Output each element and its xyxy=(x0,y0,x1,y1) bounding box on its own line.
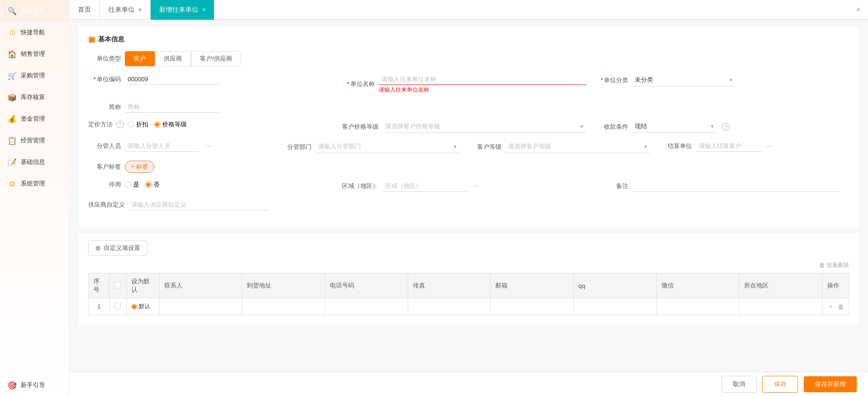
dept-placeholder: 请输入分管部门 xyxy=(318,142,452,151)
contact-input[interactable] xyxy=(164,301,237,312)
tab-new-partner-close[interactable]: × xyxy=(202,7,206,13)
disabled-label: 停用 xyxy=(88,180,121,189)
sidebar-item-inventory[interactable]: 📦 库存核算 xyxy=(0,86,69,108)
manager-more-icon[interactable]: ··· xyxy=(206,142,212,150)
abbr-label: 简称 xyxy=(88,103,121,111)
payment-select[interactable]: 现结 ▾ xyxy=(632,120,716,133)
address-input[interactable] xyxy=(247,301,320,312)
window-close-button[interactable]: × xyxy=(849,6,868,14)
col-fax: 传真 xyxy=(408,273,491,298)
sidebar-item-operation[interactable]: 📋 经营管理 xyxy=(0,130,69,151)
tab-new-partner[interactable]: 新增往来单位 × xyxy=(151,0,214,20)
sidebar-item-sales[interactable]: 🏠 销售管理 xyxy=(0,43,69,65)
row-checkbox[interactable] xyxy=(114,303,121,309)
unit-category-label: *单位分类 xyxy=(595,76,628,85)
unit-type-cell: 单位类型 客户 供应商 客户/供应商 xyxy=(88,51,849,66)
type-btn-both[interactable]: 客户/供应商 xyxy=(191,51,241,66)
unit-category-cell: *单位分类 未分类 ▾ xyxy=(595,74,849,86)
abbr-cell: 简称 xyxy=(88,101,849,113)
batch-delete-bar[interactable]: 🗑 批量删除 xyxy=(88,261,849,269)
disabled-yes-circle xyxy=(125,181,131,188)
row-default-circle xyxy=(131,304,137,310)
region-more-icon[interactable]: ··· xyxy=(472,182,479,190)
customer-price-select[interactable]: 请选择客户价格等级 ▾ xyxy=(382,120,586,133)
settlement-more-icon[interactable]: ··· xyxy=(767,142,773,150)
phone-input[interactable] xyxy=(330,301,403,312)
col-phone: 电话号码 xyxy=(325,273,408,298)
sidebar-item-system[interactable]: ⚙ 系统管理 xyxy=(0,173,69,194)
disabled-no-radio[interactable]: 否 xyxy=(145,180,160,189)
row-default-radio[interactable]: 默认 xyxy=(131,303,154,311)
type-btn-group: 客户 供应商 客户/供应商 xyxy=(125,51,241,66)
tab-partners[interactable]: 往来单位 × xyxy=(100,0,151,20)
unit-code-input[interactable] xyxy=(125,74,219,85)
row-contact[interactable] xyxy=(159,298,242,315)
remark-input[interactable] xyxy=(632,180,840,192)
remark-cell: 备注 xyxy=(595,180,849,192)
region-input[interactable] xyxy=(382,180,467,192)
save-new-button[interactable]: 保存并新增 xyxy=(804,376,857,392)
price-level-radio-circle xyxy=(154,121,160,128)
sidebar-item-purchase[interactable]: 🛒 采购管理 xyxy=(0,65,69,86)
unit-code-cell: *单位编码 xyxy=(88,74,342,85)
sidebar-item-guide[interactable]: 🎯 新手引导 xyxy=(0,374,69,396)
unit-name-input[interactable] xyxy=(379,74,586,85)
row-email[interactable] xyxy=(491,298,574,315)
pricing-radio-price-level[interactable]: 价格等级 xyxy=(154,120,187,129)
supplier-custom-input[interactable] xyxy=(129,199,269,210)
payment-cell: 收款条件 现结 ▾ ? xyxy=(595,120,849,133)
discount-radio-circle xyxy=(128,121,134,128)
fax-input[interactable] xyxy=(413,301,486,312)
settlement-input[interactable] xyxy=(696,140,761,152)
pricing-radio-discount[interactable]: 折扣 xyxy=(128,120,148,129)
row-add-icon[interactable]: ＋ xyxy=(827,303,834,311)
customer-price-label: 客户价格等级 xyxy=(342,123,379,131)
main-area: 首页 往来单位 × 新增往来单位 × × ▣ 基本信息 单位类型 客户 xyxy=(69,0,868,396)
row-fax[interactable] xyxy=(408,298,491,315)
email-input[interactable] xyxy=(495,301,569,312)
quick-nav-icon: ⊙ xyxy=(8,28,17,37)
disabled-yes-radio[interactable]: 是 xyxy=(125,180,139,189)
manager-input[interactable] xyxy=(125,140,200,152)
row-region[interactable] xyxy=(739,298,822,315)
row-delete-icon[interactable]: 🗑 xyxy=(838,303,844,311)
sidebar-item-basic[interactable]: 📝 基础信息 xyxy=(0,151,69,173)
abbr-input[interactable] xyxy=(125,101,219,113)
cancel-button[interactable]: 取消 xyxy=(721,376,757,393)
row-phone[interactable] xyxy=(325,298,408,315)
disabled-cell: 停用 是 否 xyxy=(88,180,342,189)
pricing-help-icon[interactable]: ? xyxy=(116,121,124,128)
table-body: 1 默认 xyxy=(89,298,849,315)
unit-type-label: 单位类型 xyxy=(88,54,121,63)
row-region-input[interactable] xyxy=(744,301,817,312)
type-btn-supplier[interactable]: 供应商 xyxy=(155,51,191,66)
row-wechat[interactable] xyxy=(656,298,739,315)
tab-partners-close[interactable]: × xyxy=(138,7,142,13)
unit-category-select[interactable]: 未分类 ▾ xyxy=(632,74,735,86)
wechat-input[interactable] xyxy=(662,301,735,312)
row-qq[interactable] xyxy=(573,298,656,315)
header-checkbox[interactable] xyxy=(114,282,121,288)
abbr-row: 简称 xyxy=(88,101,849,113)
settlement-label: 结算单位 xyxy=(659,142,692,150)
tab-home[interactable]: 首页 xyxy=(69,0,100,20)
customer-level-select[interactable]: 请选择客户等级 ▾ xyxy=(505,140,650,153)
custom-settings-button[interactable]: ⚙ 自定义项设置 xyxy=(88,241,147,256)
sidebar-item-quick-nav[interactable]: ⊙ 快捷导航 xyxy=(0,22,69,43)
payment-help-icon[interactable]: ? xyxy=(722,123,730,131)
sidebar-item-search[interactable]: 🔍 搜索菜单 xyxy=(0,0,69,22)
qq-input[interactable] xyxy=(579,301,652,312)
type-btn-customer[interactable]: 客户 xyxy=(125,51,155,66)
save-button[interactable]: 保存 xyxy=(762,376,798,393)
region-cell: 区域（地区） ··· xyxy=(342,180,596,192)
tag-add-button[interactable]: + 标签 xyxy=(125,161,154,173)
sidebar-item-finance[interactable]: 💰 资金管理 xyxy=(0,108,69,130)
col-address: 到货地址 xyxy=(242,273,325,298)
dept-select[interactable]: 请输入分管部门 ▾ xyxy=(315,140,460,153)
customer-level-cell: 客户等级 请选择客户等级 ▾ xyxy=(469,140,659,153)
guide-icon: 🎯 xyxy=(8,380,17,390)
customer-level-arrow: ▾ xyxy=(644,143,647,150)
disabled-row: 停用 是 否 区域（地区） ··· xyxy=(88,180,849,192)
unit-name-label: *单位名称 xyxy=(342,80,375,88)
row-address[interactable] xyxy=(242,298,325,315)
